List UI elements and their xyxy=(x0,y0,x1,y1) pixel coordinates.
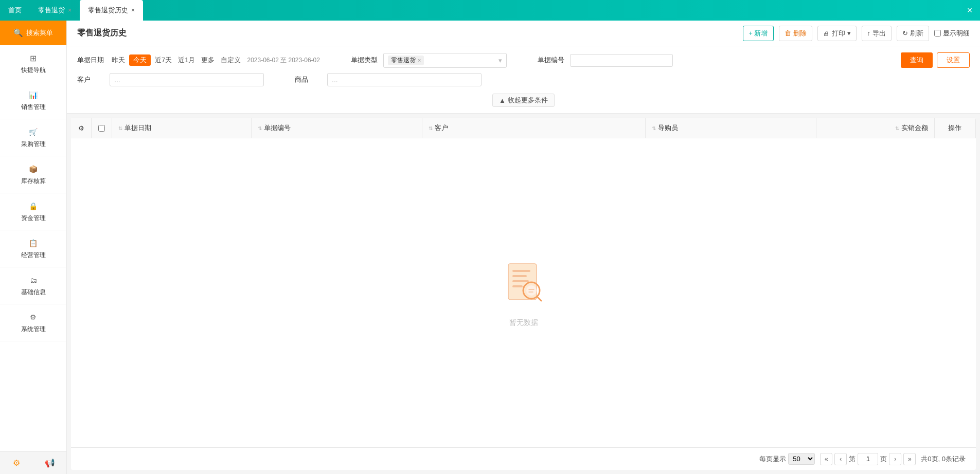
refresh-button[interactable]: ↻ 刷新 xyxy=(897,26,929,41)
basic-info-icon: 🗂 xyxy=(28,275,39,286)
doc-type-tag-close[interactable]: × xyxy=(418,57,421,63)
customer-filter-group: 客户 ... xyxy=(77,73,264,86)
doc-type-label: 单据类型 xyxy=(351,56,379,65)
tab-retail-return-history[interactable]: 零售退货历史 × xyxy=(80,0,143,21)
doc-number-input[interactable] xyxy=(570,54,673,67)
th-number[interactable]: ⇅ 单据编号 xyxy=(252,118,422,138)
sidebar-search[interactable]: 🔍 搜索菜单 xyxy=(0,21,66,45)
system-mgmt-icon: ⚙ xyxy=(28,312,39,323)
doc-number-filter-group: 单据编号 xyxy=(538,54,673,67)
sidebar-item-finance-mgmt[interactable]: 🔒 资金管理 xyxy=(0,193,66,230)
date-option-custom[interactable]: 自定义 xyxy=(219,54,243,66)
th-checkbox[interactable] xyxy=(92,118,112,138)
filter-row-2: 客户 ... 商品 ... xyxy=(77,73,970,86)
select-all-checkbox[interactable] xyxy=(98,125,105,132)
th-amount[interactable]: ⇅ 实销金额 xyxy=(816,118,935,138)
th-settings[interactable]: ⚙ xyxy=(71,118,92,138)
setting-button[interactable]: 设置 xyxy=(937,52,970,68)
show-detail-label[interactable]: 显示明细 xyxy=(934,29,970,38)
page-unit: 页 xyxy=(880,454,887,464)
date-option-yesterday[interactable]: 昨天 xyxy=(110,54,127,66)
sales-mgmt-icon: 📊 xyxy=(28,89,39,101)
tab-retail-return-history-close[interactable]: × xyxy=(131,7,135,14)
customer-select[interactable]: ... xyxy=(110,73,264,86)
filter-area: 单据日期 昨天 今天 近7天 近1月 更多 自定义 2023-06-02 至 2… xyxy=(67,46,980,114)
sidebar-item-purchase-mgmt[interactable]: 🛒 采购管理 xyxy=(0,119,66,156)
svg-rect-1 xyxy=(512,270,530,272)
sidebar-bottom: ⚙ 📢 xyxy=(0,451,66,474)
th-guide[interactable]: ⇅ 导购员 xyxy=(646,118,816,138)
collapse-button[interactable]: ▲ 收起更多条件 xyxy=(492,94,555,107)
svg-rect-3 xyxy=(512,280,529,282)
last-page-button[interactable]: » xyxy=(903,453,916,465)
delete-icon: 🗑 xyxy=(785,29,791,37)
sidebar-item-operation-mgmt[interactable]: 📋 经营管理 xyxy=(0,230,66,267)
page-input-label: 第 xyxy=(849,454,856,464)
empty-state: 暂无数据 xyxy=(71,138,976,447)
sidebar-item-inventory[interactable]: 📦 库存核算 xyxy=(0,156,66,193)
finance-mgmt-icon: 🔒 xyxy=(28,200,39,212)
svg-rect-2 xyxy=(512,275,527,277)
print-dropdown-icon: ▾ xyxy=(847,29,851,37)
sidebar-settings-button[interactable]: ⚙ xyxy=(9,455,24,471)
doc-type-tag: 零售退货 × xyxy=(388,56,424,65)
date-option-1month[interactable]: 近1月 xyxy=(176,54,197,66)
goods-label: 商品 xyxy=(295,75,323,84)
date-filter-label: 单据日期 xyxy=(77,56,105,65)
top-bar: 首页 零售退货 × 零售退货历史 × × xyxy=(0,0,980,21)
customer-placeholder: ... xyxy=(114,76,120,84)
refresh-icon: ↻ xyxy=(902,29,908,37)
empty-text: 暂无数据 xyxy=(509,318,538,327)
window-close-button[interactable]: × xyxy=(959,0,980,21)
th-date[interactable]: ⇅ 单据日期 xyxy=(112,118,252,138)
show-detail-checkbox[interactable] xyxy=(934,30,941,37)
quick-nav-icon: ⊞ xyxy=(28,52,39,64)
sort-guide-icon: ⇅ xyxy=(652,125,656,131)
page-actions: + 新增 🗑 删除 🖨 打印 ▾ ↑ 导出 ↻ 刷新 xyxy=(743,26,970,41)
query-button[interactable]: 查询 xyxy=(901,52,933,68)
date-range-display: 2023-06-02 至 2023-06-02 xyxy=(247,56,319,65)
page-nav: « ‹ 第 页 › » xyxy=(820,453,916,465)
sidebar-item-sales-mgmt[interactable]: 📊 销售管理 xyxy=(0,82,66,119)
sidebar-items: ⊞ 快捷导航 📊 销售管理 🛒 采购管理 📦 库存核算 🔒 资金管理 📋 xyxy=(0,45,66,451)
page-input[interactable] xyxy=(858,453,878,465)
export-button[interactable]: ↑ 导出 xyxy=(862,26,892,41)
doc-type-filter-group: 单据类型 零售退货 × ▾ xyxy=(351,53,507,68)
sidebar-item-quick-nav[interactable]: ⊞ 快捷导航 xyxy=(0,45,66,82)
th-customer[interactable]: ⇅ 客户 xyxy=(422,118,646,138)
collapse-icon: ▲ xyxy=(499,97,506,104)
doc-type-select[interactable]: 零售退货 × ▾ xyxy=(383,53,507,68)
per-page-select[interactable]: 10 20 50 100 xyxy=(788,453,815,465)
table-header: ⚙ ⇅ 单据日期 ⇅ 单据编号 ⇅ 客户 ⇅ xyxy=(71,118,976,138)
prev-page-button[interactable]: ‹ xyxy=(834,453,847,465)
tab-retail-return[interactable]: 零售退货 × xyxy=(30,0,80,21)
print-button[interactable]: 🖨 打印 ▾ xyxy=(817,26,857,41)
tab-home[interactable]: 首页 xyxy=(0,0,30,21)
table-settings-icon: ⚙ xyxy=(78,124,84,132)
date-option-7days[interactable]: 近7天 xyxy=(153,54,174,66)
delete-button[interactable]: 🗑 删除 xyxy=(779,26,812,41)
search-icon: 🔍 xyxy=(13,28,23,38)
export-icon: ↑ xyxy=(867,29,871,37)
main-layout: 🔍 搜索菜单 ⊞ 快捷导航 📊 销售管理 🛒 采购管理 📦 库存核算 🔒 xyxy=(0,21,980,474)
page-title: 零售退货历史 xyxy=(77,28,127,39)
svg-point-6 xyxy=(526,285,537,296)
filter-row-1: 单据日期 昨天 今天 近7天 近1月 更多 自定义 2023-06-02 至 2… xyxy=(77,52,970,68)
sidebar-item-basic-info[interactable]: 🗂 基础信息 xyxy=(0,267,66,304)
date-filter-group: 单据日期 昨天 今天 近7天 近1月 更多 自定义 2023-06-02 至 2… xyxy=(77,54,320,66)
goods-select[interactable]: ... xyxy=(327,73,482,86)
inventory-icon: 📦 xyxy=(28,163,39,175)
first-page-button[interactable]: « xyxy=(820,453,832,465)
tab-retail-return-close[interactable]: × xyxy=(68,7,72,14)
table-area: ⚙ ⇅ 单据日期 ⇅ 单据编号 ⇅ 客户 ⇅ xyxy=(71,118,976,470)
sidebar-speaker-button[interactable]: 📢 xyxy=(42,455,58,471)
date-option-more[interactable]: 更多 xyxy=(199,54,217,66)
doc-type-dropdown-icon: ▾ xyxy=(498,57,502,64)
goods-placeholder: ... xyxy=(332,76,338,84)
next-page-button[interactable]: › xyxy=(889,453,901,465)
new-button[interactable]: + 新增 xyxy=(743,26,773,41)
sidebar-item-system-mgmt[interactable]: ⚙ 系统管理 xyxy=(0,304,66,341)
total-info: 共0页, 0条记录 xyxy=(921,454,966,464)
sidebar: 🔍 搜索菜单 ⊞ 快捷导航 📊 销售管理 🛒 采购管理 📦 库存核算 🔒 xyxy=(0,21,67,474)
date-option-today[interactable]: 今天 xyxy=(129,54,151,66)
